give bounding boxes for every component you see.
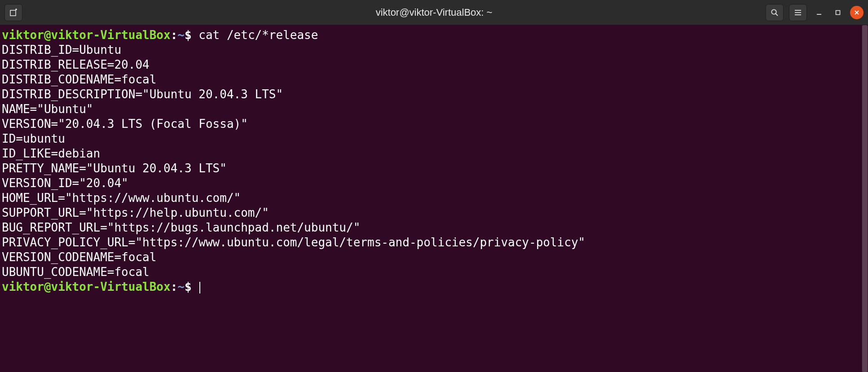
titlebar-left xyxy=(4,4,22,21)
output-line: BUG_REPORT_URL="https://bugs.launchpad.n… xyxy=(2,220,866,235)
output-line: DISTRIB_CODENAME=focal xyxy=(2,72,866,87)
prompt-user-host: viktor@viktor-VirtualBox xyxy=(2,280,171,293)
output-line: UBUNTU_CODENAME=focal xyxy=(2,265,866,280)
output-line: VERSION_ID="20.04" xyxy=(2,176,866,191)
typed-command: cat /etc/*release xyxy=(198,28,318,42)
prompt-path: ~ xyxy=(177,280,185,293)
output-line: PRIVACY_POLICY_URL="https://www.ubuntu.c… xyxy=(2,235,866,250)
svg-rect-0 xyxy=(10,10,16,16)
hamburger-icon xyxy=(794,9,802,17)
output-line: NAME="Ubuntu" xyxy=(2,102,866,117)
output-line: ID=ubuntu xyxy=(2,131,866,146)
minimize-icon xyxy=(816,9,822,16)
scrollbar-thumb[interactable] xyxy=(862,25,868,372)
window-titlebar: viktor@viktor-VirtualBox: ~ xyxy=(0,0,868,25)
svg-line-4 xyxy=(776,13,778,16)
command-line: viktor@viktor-VirtualBox:~$ cat /etc/*re… xyxy=(2,28,866,43)
close-button[interactable] xyxy=(850,6,864,19)
prompt-user-host: viktor@viktor-VirtualBox xyxy=(2,28,171,42)
maximize-button[interactable] xyxy=(831,6,845,19)
output-line: ID_LIKE=debian xyxy=(2,146,866,161)
output-line: PRETTY_NAME="Ubuntu 20.04.3 LTS" xyxy=(2,161,866,176)
svg-point-3 xyxy=(771,9,776,14)
output-line: DISTRIB_DESCRIPTION="Ubuntu 20.04.3 LTS" xyxy=(2,87,866,102)
menu-button[interactable] xyxy=(789,4,807,21)
output-line: VERSION="20.04.3 LTS (Focal Fossa)" xyxy=(2,117,866,131)
window-title: viktor@viktor-VirtualBox: ~ xyxy=(376,7,493,18)
minimize-button[interactable] xyxy=(812,6,826,19)
terminal-viewport[interactable]: viktor@viktor-VirtualBox:~$ cat /etc/*re… xyxy=(0,25,868,372)
titlebar-right xyxy=(766,4,864,21)
prompt-symbol: $ xyxy=(185,28,192,42)
prompt-symbol: $ xyxy=(185,280,192,293)
maximize-icon xyxy=(835,9,841,16)
output-line: DISTRIB_RELEASE=20.04 xyxy=(2,57,866,72)
idle-prompt-line: viktor@viktor-VirtualBox:~$ xyxy=(2,280,866,294)
text-cursor xyxy=(199,282,200,293)
output-line: HOME_URL="https://www.ubuntu.com/" xyxy=(2,191,866,206)
search-icon xyxy=(771,9,779,17)
output-line: SUPPORT_URL="https://help.ubuntu.com/" xyxy=(2,206,866,220)
prompt-path: ~ xyxy=(177,28,185,42)
svg-rect-9 xyxy=(836,10,840,14)
search-button[interactable] xyxy=(766,4,784,21)
close-icon xyxy=(854,10,859,15)
new-tab-button[interactable] xyxy=(4,4,22,21)
prompt-colon: : xyxy=(171,280,178,293)
prompt-colon: : xyxy=(171,28,178,42)
output-line: VERSION_CODENAME=focal xyxy=(2,250,866,265)
new-tab-icon xyxy=(9,8,18,17)
output-line: DISTRIB_ID=Ubuntu xyxy=(2,43,866,57)
scrollbar[interactable] xyxy=(862,25,868,372)
